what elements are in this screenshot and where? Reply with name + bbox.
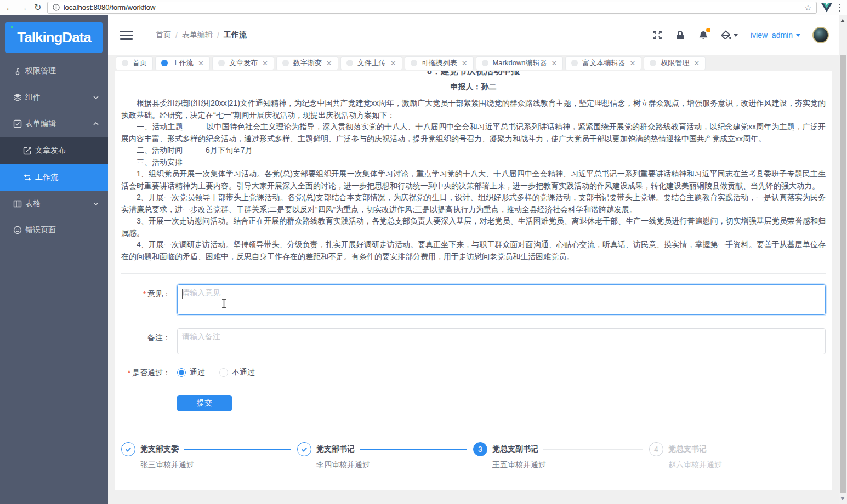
tab-dot-icon (218, 60, 225, 66)
sidebar-item-label: 工作流 (35, 173, 99, 182)
paragraph: 二、活动时间 6月下旬至7月 (121, 145, 826, 157)
layers-icon (13, 93, 22, 102)
sidebar: TalkingData 权限管理 组件 表单编辑 (0, 15, 108, 504)
tab-dot-icon (482, 60, 488, 66)
pass-label: *是否通过： (121, 369, 177, 376)
tab-upload[interactable]: 文件上传 ✕ (340, 56, 402, 70)
info-icon (53, 4, 60, 11)
radio-pass[interactable]: 通过 (177, 368, 205, 377)
sidebar-item-label: 权限管理 (25, 66, 99, 76)
step-number: 4 (649, 442, 663, 456)
app-window: TalkingData 权限管理 组件 表单编辑 (0, 15, 847, 504)
tab-label: 文件上传 (357, 58, 386, 68)
close-icon[interactable]: ✕ (326, 60, 332, 67)
breadcrumb: 首页 / 表单编辑 / 工作流 (156, 30, 247, 40)
sidebar-item-label: 组件 (25, 93, 93, 102)
paragraph: 三、活动安排 (121, 157, 826, 169)
step-4: 4 党总支书记 赵六审核并通过 (649, 442, 825, 470)
tab-label: 数字渐变 (293, 58, 322, 68)
tab-count-to[interactable]: 数字渐变 ✕ (276, 56, 338, 70)
close-icon[interactable]: ✕ (198, 60, 204, 67)
tab-home[interactable]: 首页 (116, 56, 153, 70)
address-bar[interactable]: localhost:8080/form/workflow ☆ (47, 2, 817, 14)
tab-article-publish[interactable]: 文章发布 ✕ (212, 56, 274, 70)
step-content: 张三审核并通过 (140, 460, 297, 470)
page-scrollbar[interactable] (839, 15, 847, 504)
theme-switcher-icon[interactable] (721, 30, 738, 41)
tab-label: 富文本编辑器 (582, 58, 625, 68)
close-icon[interactable]: ✕ (262, 60, 268, 67)
tags-nav: 首页 工作流 ✕ 文章发布 ✕ 数字渐变 ✕ 文件上传 ✕ (108, 55, 839, 71)
tab-dot-icon (650, 60, 656, 66)
tab-rich-text-editor[interactable]: 富文本编辑器 ✕ (565, 56, 641, 70)
browser-toolbar: ← → ↻ localhost:8080/form/workflow ☆ (0, 0, 847, 15)
chevron-down-icon (93, 94, 99, 101)
back-icon[interactable]: ← (4, 3, 14, 13)
tab-workflow[interactable]: 工作流 ✕ (155, 56, 210, 70)
tab-permissions[interactable]: 权限管理 ✕ (644, 56, 706, 70)
tab-drag-list[interactable]: 可拖拽列表 ✕ (405, 56, 474, 70)
radio-fail[interactable]: 不通过 (219, 368, 255, 377)
required-mark: * (128, 369, 130, 377)
opinion-textarea[interactable] (177, 284, 826, 315)
sidebar-item-form-edit[interactable]: 表单编辑 (0, 111, 108, 137)
lock-icon[interactable] (675, 30, 686, 41)
tab-dot-icon (282, 60, 289, 66)
url-text[interactable]: localhost:8080/form/workflow (64, 3, 801, 12)
notification-bell-icon[interactable] (698, 30, 709, 41)
step-number: 3 (473, 442, 487, 456)
note-label: 备注： (121, 328, 177, 354)
chevron-down-icon (734, 34, 738, 37)
breadcrumb-separator: / (217, 31, 219, 39)
avatar[interactable] (812, 27, 829, 43)
close-icon[interactable]: ✕ (552, 60, 558, 67)
text-caret (182, 289, 183, 299)
scroll-up-icon[interactable] (840, 19, 845, 22)
paragraph: 2、开展一次党员领导干部带头上党课活动。各党(总)支部结合本支部情况，为庆祝党的… (121, 192, 826, 215)
step-1: 党支部支委 张三审核并通过 (121, 442, 297, 470)
sidebar-item-article-publish[interactable]: 文章发布 (0, 137, 108, 164)
logo[interactable]: TalkingData (5, 22, 103, 53)
approval-steps: 党支部支委 张三审核并通过 党支部书记 李四审核 (121, 442, 826, 470)
breadcrumb-home[interactable]: 首页 (156, 30, 171, 40)
forward-icon[interactable]: → (19, 3, 29, 13)
chevron-down-icon (796, 34, 800, 37)
user-menu[interactable]: iview_admin (751, 31, 800, 39)
bookmark-star-icon[interactable]: ☆ (805, 3, 812, 12)
scrollbar-thumb[interactable] (840, 55, 846, 493)
table-icon (13, 199, 22, 208)
compose-icon (23, 146, 32, 155)
sidebar-item-components[interactable]: 组件 (0, 84, 108, 111)
error-face-icon (13, 226, 22, 234)
scroll-down-icon[interactable] (840, 497, 845, 500)
tab-markdown-editor[interactable]: Markdown编辑器 ✕ (476, 56, 564, 70)
close-icon[interactable]: ✕ (462, 60, 468, 67)
browser-menu-icon[interactable] (837, 4, 843, 12)
reload-icon[interactable]: ↻ (33, 3, 43, 13)
fullscreen-icon[interactable] (652, 30, 663, 41)
step-title: 党总支书记 (668, 444, 707, 454)
close-icon[interactable]: ✕ (390, 60, 396, 67)
close-icon[interactable]: ✕ (693, 60, 700, 67)
tab-dot-icon (571, 60, 578, 66)
app-header: 首页 / 表单编辑 / 工作流 (108, 15, 839, 55)
sidebar-item-workflow[interactable]: 工作流 (0, 164, 108, 191)
vue-devtools-icon[interactable] (821, 3, 832, 13)
sidebar-item-permissions[interactable]: 权限管理 (0, 58, 108, 84)
step-check-icon (121, 442, 135, 456)
approval-form: *意见： 备注： *是否通过： (121, 284, 826, 411)
radio-circle-icon (219, 368, 228, 377)
sidebar-item-tables[interactable]: 表格 (0, 191, 108, 217)
breadcrumb-separator: / (175, 31, 178, 39)
sidebar-item-error-pages[interactable]: 错误页面 (0, 217, 108, 243)
breadcrumb-form-edit[interactable]: 表单编辑 (182, 30, 213, 40)
step-check-icon (297, 442, 311, 456)
note-textarea[interactable] (177, 328, 826, 354)
tab-label: 工作流 (172, 58, 194, 68)
submit-button[interactable]: 提交 (177, 395, 232, 411)
tab-label: 权限管理 (661, 58, 689, 68)
document-body: 根据县委组织部(组织[20xx]21)文件通知精神，为纪念中国共产党建党xx周年… (121, 98, 826, 262)
hamburger-menu-icon[interactable] (120, 28, 133, 42)
close-icon[interactable]: ✕ (629, 60, 635, 67)
paragraph: 1、组织党员开展一次集体学习活动。各党(总)支部要组织开展一次集体学习讨论，重点… (121, 168, 826, 192)
